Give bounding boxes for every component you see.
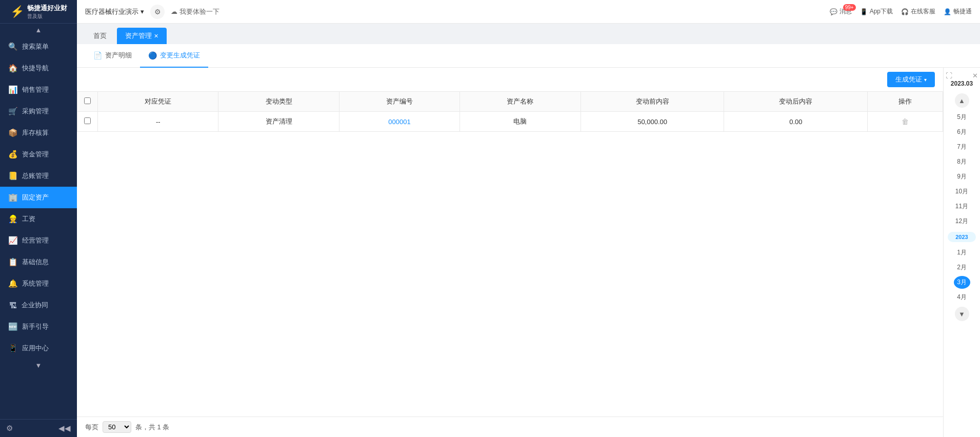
generate-voucher-button[interactable]: 生成凭证 ▾ [887, 72, 935, 87]
sidebar-item-fund[interactable]: 💰 资金管理 [0, 144, 77, 165]
sidebar-item-label: 新手引导 [22, 322, 49, 331]
cal-month-2[interactable]: 2月 [944, 260, 980, 275]
pagination-bar: 每页 20 50 100 条，共 1 条 [77, 416, 943, 437]
sidebar-scroll-down[interactable]: ▼ [0, 359, 77, 371]
search-icon: 🔍 [8, 42, 18, 51]
home-icon: 🏠 [8, 64, 18, 73]
tab-asset-mgmt[interactable]: 资产管理 ✕ [117, 28, 167, 44]
settings-icon[interactable]: ⚙ [6, 424, 13, 433]
cal-month-8[interactable]: 8月 [944, 154, 980, 169]
sidebar-item-quick-nav[interactable]: 🏠 快捷导航 [0, 57, 77, 79]
app-download-button[interactable]: 📱 App下载 [860, 7, 893, 16]
tab-close-icon[interactable]: ✕ [154, 33, 158, 39]
sidebar-logo: ⚡ 畅捷通好业财 普及版 [0, 0, 77, 24]
cal-year-2023[interactable]: 2023 [948, 232, 976, 242]
delete-icon[interactable]: 🗑 [902, 117, 909, 126]
main-table-area: 生成凭证 ▾ [77, 68, 943, 437]
cal-month-6[interactable]: 6月 [944, 125, 980, 140]
calendar-expand-icon[interactable]: ⛶ [946, 72, 952, 80]
cal-month-1[interactable]: 1月 [944, 245, 980, 260]
cal-month-11[interactable]: 11月 [944, 199, 980, 214]
sidebar-item-label: 企业协同 [22, 301, 48, 310]
fixed-assets-icon: 🏢 [8, 193, 18, 202]
col-asset-code: 资产编号 [339, 92, 459, 112]
inventory-icon: 📦 [8, 128, 18, 137]
cal-month-3-active[interactable]: 3月 [954, 276, 970, 289]
sidebar-item-label: 总账管理 [22, 171, 49, 181]
row-after-change: 0.00 [724, 112, 868, 132]
sidebar-item-basic-info[interactable]: 📋 基础信息 [0, 251, 77, 273]
per-page-select[interactable]: 20 50 100 [103, 421, 131, 433]
cal-month-7[interactable]: 7月 [944, 140, 980, 154]
row-change-type: 资产清理 [218, 112, 339, 132]
select-all-checkbox[interactable] [84, 97, 91, 104]
page-content: 📄 资产明细 🔵 变更生成凭证 生成凭证 ▾ [77, 44, 980, 437]
per-page-label: 每页 [85, 423, 98, 432]
calendar-year-label: 2023.03 [949, 76, 975, 91]
sidebar-item-inventory[interactable]: 📦 库存核算 [0, 122, 77, 144]
sidebar-item-search[interactable]: 🔍 搜索菜单 [0, 36, 77, 57]
calendar-down-arrow[interactable]: ▼ [955, 307, 969, 321]
col-change-type: 变动类型 [218, 92, 339, 112]
cal-month-4[interactable]: 4月 [944, 290, 980, 305]
cloud-icon: ☁ [171, 8, 177, 15]
payroll-icon: 👷 [8, 214, 18, 224]
sidebar-item-purchase[interactable]: 🛒 采购管理 [0, 101, 77, 122]
user-name: 畅捷通 [953, 7, 972, 16]
sub-tab-change-voucher[interactable]: 🔵 变更生成凭证 [140, 44, 208, 68]
table-toolbar: 生成凭证 ▾ [77, 68, 943, 91]
table-row: -- 资产清理 000001 电脑 50,000.00 0.00 🗑 [77, 112, 943, 132]
gear-button[interactable]: ⚙ [150, 5, 165, 19]
cal-month-10[interactable]: 10月 [944, 184, 980, 199]
sidebar-item-label: 工资 [22, 214, 35, 224]
sidebar-item-fixed-assets[interactable]: 🏢 固定资产 [0, 187, 77, 208]
industry-selector[interactable]: 医疗器械行业演示 ▾ [85, 7, 144, 16]
sidebar-item-label: 固定资产 [22, 193, 49, 202]
experience-button[interactable]: ☁ 我要体验一下 [171, 7, 219, 16]
calendar-close-icon[interactable]: ✕ [972, 72, 978, 80]
sidebar-item-label: 系统管理 [22, 279, 49, 288]
col-action: 操作 [868, 92, 943, 112]
row-checkbox[interactable] [84, 117, 91, 124]
tab-home[interactable]: 首页 [85, 28, 115, 44]
online-service-button[interactable]: 🎧 在线客服 [901, 7, 935, 16]
sidebar-item-label: 基础信息 [22, 257, 49, 267]
app-edition: 普及版 [27, 13, 67, 20]
sidebar-item-app-center[interactable]: 📱 应用中心 [0, 337, 77, 359]
sidebar-item-enterprise[interactable]: 🏗 企业协同 [0, 294, 77, 316]
sub-tab-bar: 📄 资产明细 🔵 变更生成凭证 [77, 44, 980, 68]
sub-tab-asset-detail[interactable]: 📄 资产明细 [85, 44, 140, 68]
calendar-up-arrow[interactable]: ▲ [955, 93, 969, 108]
online-service-label: 在线客服 [911, 7, 935, 16]
sidebar-item-operations[interactable]: 📈 经营管理 [0, 230, 77, 251]
cal-month-5[interactable]: 5月 [944, 110, 980, 125]
tab-bar: 首页 资产管理 ✕ [77, 24, 980, 44]
user-button[interactable]: 👤 畅捷通 [944, 7, 972, 16]
generate-voucher-label: 生成凭证 [895, 75, 922, 84]
sidebar-item-guide[interactable]: 🆕 新手引导 [0, 316, 77, 337]
col-checkbox [77, 92, 98, 112]
app-download-icon: 📱 [860, 8, 868, 15]
sidebar-item-system[interactable]: 🔔 系统管理 [0, 273, 77, 294]
sidebar-scroll-up[interactable]: ▲ [0, 24, 77, 36]
collapse-icon[interactable]: ◀◀ [58, 424, 71, 433]
row-checkbox-cell [77, 112, 98, 132]
cal-month-12[interactable]: 12月 [944, 214, 980, 229]
purchase-icon: 🛒 [8, 107, 18, 116]
message-icon: 💬 [830, 8, 837, 15]
basic-info-icon: 📋 [8, 257, 18, 267]
generate-dropdown-icon: ▾ [924, 77, 927, 83]
sidebar-item-sales[interactable]: 📊 销售管理 [0, 79, 77, 101]
row-asset-name: 电脑 [460, 112, 581, 132]
ledger-icon: 📒 [8, 171, 18, 181]
change-voucher-icon: 🔵 [148, 51, 157, 59]
sidebar-item-ledger[interactable]: 📒 总账管理 [0, 165, 77, 187]
sidebar-item-payroll[interactable]: 👷 工资 [0, 208, 77, 230]
sidebar-item-label: 采购管理 [22, 107, 49, 116]
headset-icon: 🎧 [901, 8, 909, 15]
cal-month-9[interactable]: 9月 [944, 169, 980, 184]
row-before-change: 50,000.00 [581, 112, 724, 132]
message-button[interactable]: 💬 消息 99+ [830, 7, 852, 16]
app-download-label: App下载 [870, 7, 893, 16]
sidebar-item-label: 应用中心 [22, 344, 49, 353]
